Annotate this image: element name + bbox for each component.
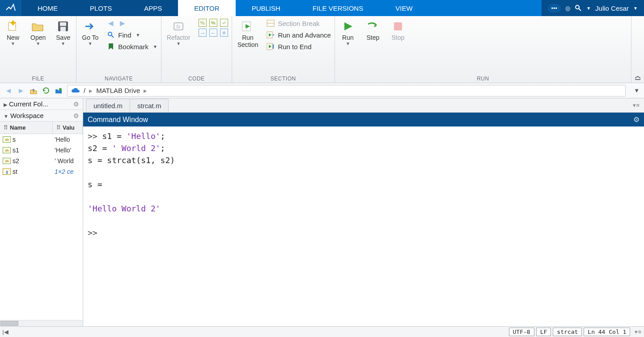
run-advance-button[interactable]: Run and Advance: [266, 30, 330, 39]
target-icon[interactable]: ◎: [565, 5, 570, 12]
group-run: Run ▼ Step Stop RUN: [335, 16, 631, 83]
back-icon: ◀: [106, 19, 115, 28]
chevron-down-icon: ▼: [61, 41, 65, 46]
save-icon: [55, 20, 71, 33]
matlab-logo-icon[interactable]: [0, 0, 21, 16]
nav-forward-button[interactable]: ▶: [16, 86, 26, 96]
save-button[interactable]: Save ▼: [54, 19, 72, 47]
bookmark-button[interactable]: Bookmark ▼: [106, 42, 157, 51]
open-button[interactable]: Open ▼: [29, 19, 47, 47]
workspace-row[interactable]: chs'Hello: [0, 134, 83, 145]
editor-tabs: untitled.m strcat.m ▾≡: [83, 98, 644, 113]
status-bar: |◀ UTF-8 LF strcat Ln 44 Col 1 ▾≡: [0, 326, 644, 337]
tab-view[interactable]: VIEW: [379, 0, 428, 16]
current-folder-header[interactable]: ▶Current Fol... ⚙: [0, 98, 83, 110]
status-encoding[interactable]: UTF-8: [509, 328, 534, 336]
refresh-icon[interactable]: [41, 86, 51, 96]
command-window-header[interactable]: Command Window ⚙: [83, 113, 644, 126]
cell-var-icon: {}: [3, 168, 11, 175]
search-dropdown-icon[interactable]: ▼: [586, 6, 591, 11]
menubar: HOME PLOTS APPS EDITOR PUBLISH FILE VERS…: [0, 0, 644, 16]
goto-label: Go To: [82, 34, 98, 41]
search-icon[interactable]: [575, 4, 582, 12]
bookmark-label: Bookmark: [118, 43, 148, 51]
status-menu-icon[interactable]: ▾≡: [632, 329, 644, 335]
svg-point-0: [576, 5, 579, 9]
indent-icon[interactable]: →: [199, 29, 207, 37]
goto-start-icon[interactable]: |◀: [0, 329, 11, 335]
workspace-row[interactable]: chs1'Hello': [0, 145, 83, 156]
gear-icon[interactable]: ⚙: [73, 112, 79, 119]
col-name[interactable]: Name: [10, 124, 25, 131]
nav-back-forward[interactable]: ◀ ▶: [106, 19, 157, 28]
editor-tab-1[interactable]: strcat.m: [130, 99, 169, 112]
crumb-root[interactable]: /: [84, 87, 85, 94]
svg-rect-4: [60, 22, 66, 26]
run-to-end-icon: [266, 42, 275, 51]
uncomment-icon[interactable]: %: [209, 19, 217, 27]
run-to-end-button[interactable]: Run to End: [266, 42, 330, 51]
crumb-folder[interactable]: MATLAB Drive: [96, 87, 140, 94]
run-advance-label: Run and Advance: [278, 31, 330, 39]
user-dropdown-icon[interactable]: ▼: [633, 6, 638, 11]
find-label: Find: [118, 31, 131, 39]
run-button[interactable]: Run ▼: [339, 19, 357, 47]
find-button[interactable]: Find ▼: [106, 30, 157, 39]
status-function[interactable]: strcat: [553, 328, 582, 336]
var-name: s2: [13, 157, 19, 164]
bookmark-icon: [106, 42, 115, 51]
outdent-icon[interactable]: ←: [209, 29, 217, 37]
run-to-end-label: Run to End: [278, 43, 311, 51]
step-button[interactable]: Step: [364, 19, 382, 42]
new-button[interactable]: New ▼: [4, 19, 22, 47]
col-value[interactable]: Valu: [63, 124, 75, 131]
chevron-down-icon: ▼: [136, 33, 140, 38]
workspace-columns: ⠿Name ⠿Valu: [0, 122, 83, 134]
up-folder-icon[interactable]: [29, 86, 38, 96]
tab-editor[interactable]: EDITOR: [178, 0, 235, 16]
svg-line-1: [579, 8, 581, 11]
status-cursor-pos[interactable]: Ln 44 Col 1: [584, 328, 630, 336]
wrap-comment-icon[interactable]: ⤶: [220, 19, 228, 27]
horizontal-scrollbar[interactable]: [0, 320, 83, 326]
browse-icon[interactable]: [54, 86, 64, 96]
group-file: New ▼ Open ▼ Save ▼ FILE: [0, 16, 76, 83]
path-dropdown-icon[interactable]: ▼: [629, 87, 644, 94]
tab-file-versions[interactable]: FILE VERSIONS: [297, 0, 379, 16]
goto-button[interactable]: Go To ▼: [80, 19, 100, 47]
run-section-button[interactable]: Run Section: [236, 19, 260, 49]
breadcrumb[interactable]: / ▸ MATLAB Drive ▸: [67, 85, 626, 97]
workspace-label: Workspace: [10, 112, 44, 119]
workspace-row[interactable]: {}st1×2 ce: [0, 166, 83, 177]
chevron-down-icon: ▼: [176, 41, 181, 46]
status-eol[interactable]: LF: [536, 328, 551, 336]
command-window-body[interactable]: >> s1 = 'Hello';s2 = ' World 2';s = strc…: [83, 126, 644, 326]
menubar-right: ••• ◎ ▼ Julio Cesar ▼: [542, 0, 644, 16]
editor-tabs-menu-icon[interactable]: ▾≡: [628, 102, 644, 109]
group-navigate-label: NAVIGATE: [80, 74, 157, 82]
nav-back-button[interactable]: ◀: [4, 86, 13, 96]
tab-publish[interactable]: PUBLISH: [236, 0, 297, 16]
quick-access-icon[interactable]: •••: [548, 4, 561, 13]
workspace-header[interactable]: ▼Workspace ⚙: [0, 110, 83, 122]
workspace-row[interactable]: chs2' World: [0, 156, 83, 166]
save-label: Save: [56, 34, 70, 41]
toolstrip: New ▼ Open ▼ Save ▼ FILE Go To ▼: [0, 16, 644, 83]
chevron-right-icon[interactable]: ▸: [144, 87, 147, 95]
tab-home[interactable]: HOME: [21, 0, 74, 16]
run-label: Run: [342, 34, 354, 41]
user-name[interactable]: Julio Cesar: [595, 4, 629, 12]
gear-icon[interactable]: ⚙: [73, 101, 79, 108]
tab-plots[interactable]: PLOTS: [74, 0, 128, 16]
group-section: Run Section Section Break Run and Advanc…: [232, 16, 335, 83]
gear-icon[interactable]: ⚙: [633, 115, 640, 124]
tab-apps[interactable]: APPS: [128, 0, 178, 16]
smart-indent-icon[interactable]: ≡: [220, 29, 228, 37]
var-name: s: [13, 136, 16, 143]
step-icon: [365, 20, 381, 33]
comment-icon[interactable]: %: [199, 19, 207, 27]
editor-tab-0[interactable]: untitled.m: [86, 99, 130, 112]
step-label: Step: [366, 34, 379, 41]
collapse-toolstrip-icon[interactable]: [631, 16, 644, 83]
char-var-icon: ch: [3, 136, 11, 143]
